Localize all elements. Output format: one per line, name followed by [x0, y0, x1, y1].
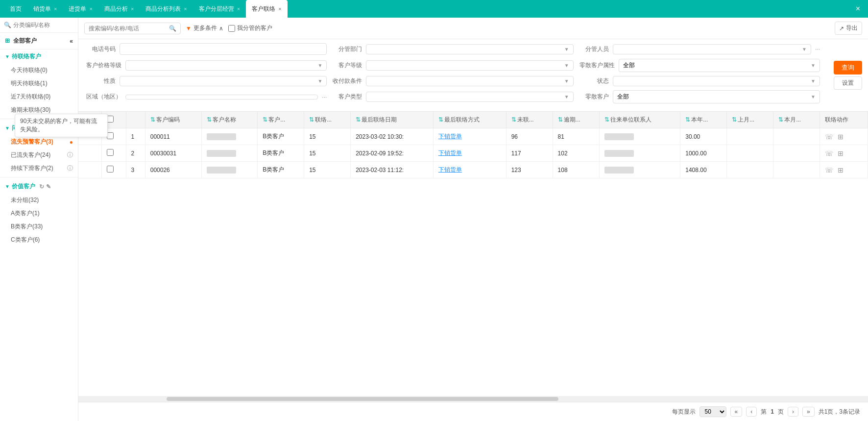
- last-method-link-0[interactable]: 下销货单: [438, 133, 462, 140]
- query-button[interactable]: 查询: [834, 61, 862, 74]
- col-index: [126, 112, 145, 128]
- region-select[interactable]: [125, 95, 318, 99]
- customer-type-arrow: ▼: [564, 94, 569, 99]
- close-customer-layer-tab[interactable]: ×: [237, 6, 240, 12]
- last-method-link-1[interactable]: 下销货单: [438, 149, 462, 156]
- select-all-checkbox[interactable]: [107, 116, 114, 123]
- col-unit-contact[interactable]: ⇅往来单位联系人: [599, 112, 680, 128]
- tab-customer-link[interactable]: 客户联络 ×: [246, 0, 287, 18]
- row-select-1[interactable]: [107, 149, 114, 156]
- action-more-icon-2[interactable]: ⊞: [838, 166, 844, 174]
- more-conditions-btn[interactable]: ▼ 更多条件 ∧: [186, 24, 223, 32]
- col-not-contacted[interactable]: ⇅未联...: [506, 112, 553, 128]
- filter-row-3: 性质 ▼ 收付款条件 ▼ 状态: [86, 76, 820, 86]
- close-customer-link-tab[interactable]: ×: [278, 6, 281, 12]
- dept-select[interactable]: ▼: [366, 44, 573, 54]
- tab-customer-layer[interactable]: 客户分层经营 ×: [193, 0, 246, 18]
- tab-analysis-list[interactable]: 商品分析列表 ×: [140, 0, 193, 18]
- row-index-2: 3: [126, 162, 145, 178]
- next-page-btn[interactable]: ›: [788, 407, 798, 417]
- sort-icon-this-month: ⇅: [778, 116, 783, 123]
- zero-attr-select[interactable]: 全部 ▼: [619, 59, 820, 72]
- close-purchase-tab[interactable]: ×: [89, 6, 92, 12]
- action-more-icon-1[interactable]: ⊞: [838, 149, 844, 157]
- row-contact-2: 15: [304, 162, 351, 178]
- sidebar-item-ungroup[interactable]: 未分组(32): [0, 194, 78, 207]
- first-page-btn[interactable]: «: [730, 407, 743, 417]
- sidebar-item-class-a[interactable]: A类客户(1): [0, 207, 78, 220]
- col-name[interactable]: ⇅客户名称: [201, 112, 258, 128]
- manager-select[interactable]: ▼: [613, 44, 811, 54]
- gender-select[interactable]: ▼: [120, 76, 327, 86]
- filter-row-1: 电话号码 分管部门 ▼ 分管人员 ▼: [86, 43, 820, 55]
- col-last-date[interactable]: ⇅最后联络日期: [351, 112, 434, 128]
- sidebar-search-input[interactable]: [13, 22, 78, 28]
- last-page-btn[interactable]: »: [802, 407, 815, 417]
- col-this-month[interactable]: ⇅本月...: [773, 112, 820, 128]
- action-contact-icon-2[interactable]: ☏: [825, 166, 834, 174]
- sidebar-item-class-c[interactable]: C类客户(6): [0, 233, 78, 247]
- settings-button[interactable]: 设置: [834, 76, 862, 90]
- payment-select[interactable]: ▼: [366, 76, 573, 86]
- tab-sales[interactable]: 销货单 ×: [27, 0, 63, 18]
- scrollbar-thumb[interactable]: [167, 397, 558, 401]
- customer-type-select[interactable]: ▼: [366, 92, 573, 102]
- col-code[interactable]: ⇅客户编码: [145, 112, 201, 128]
- sidebar-item-churn-warning[interactable]: 流失预警客户(3) ●: [0, 135, 78, 149]
- close-sales-tab[interactable]: ×: [54, 6, 57, 12]
- action-contact-icon-0[interactable]: ☏: [825, 133, 834, 141]
- zero-customer-select[interactable]: 全部 ▼: [613, 90, 820, 103]
- sidebar-collapse-icon[interactable]: «: [70, 38, 73, 45]
- col-customer-type[interactable]: ⇅客户...: [258, 112, 304, 128]
- price-level-arrow: ▼: [317, 63, 322, 68]
- manager-more-icon[interactable]: ···: [815, 46, 820, 52]
- sidebar-item-churn-lost[interactable]: 已流失客户(24) ⓘ: [0, 149, 78, 162]
- close-analysis-list-tab[interactable]: ×: [184, 6, 187, 12]
- status-select[interactable]: ▼: [613, 76, 820, 86]
- col-last-method[interactable]: ⇅最后联络方式: [433, 112, 506, 128]
- page-size-select[interactable]: 50 100 200: [699, 406, 726, 417]
- table-header-row: ⚙ ⇅客户编码 ⇅客户名称 ⇅客户... ⇅联络... ⇅最后联络日期 ⇅最后联…: [78, 112, 868, 128]
- row-this-year-0: 30.00: [680, 128, 727, 145]
- sort-icon-overdue: ⇅: [558, 116, 563, 123]
- row-last-date-2: 2023-02-03 11:12:: [351, 162, 434, 178]
- sidebar-item-churn-decline[interactable]: 持续下滑客户(2) ⓘ: [0, 162, 78, 175]
- sidebar-section-pending[interactable]: ▼ 待联络客户: [0, 50, 78, 64]
- sidebar-item-class-b[interactable]: B类客户(33): [0, 220, 78, 233]
- sidebar-section-value[interactable]: ▼ 价值客户 ↻ ✎: [0, 179, 78, 194]
- my-customers-checkbox[interactable]: [228, 25, 235, 32]
- sidebar-item-today[interactable]: 今天待联络(0): [0, 64, 78, 77]
- col-last-month[interactable]: ⇅上月...: [727, 112, 773, 128]
- info-icon-2: ⓘ: [67, 164, 73, 173]
- phone-input[interactable]: [120, 43, 327, 55]
- action-more-icon-0[interactable]: ⊞: [838, 133, 844, 141]
- region-more-icon[interactable]: ···: [322, 94, 327, 100]
- customer-level-select[interactable]: ▼: [366, 60, 573, 71]
- tab-home[interactable]: 首页: [4, 0, 27, 18]
- col-this-year[interactable]: ⇅本年...: [680, 112, 727, 128]
- sidebar-all-customers[interactable]: ⊞ 全部客户 «: [0, 33, 78, 50]
- sidebar-divider-2: [0, 177, 78, 177]
- tab-purchase[interactable]: 进货单 ×: [63, 0, 98, 18]
- row-action-2: ☏ ⊞: [820, 162, 868, 178]
- close-analysis-tab[interactable]: ×: [131, 6, 134, 12]
- col-contact[interactable]: ⇅联络...: [304, 112, 351, 128]
- sidebar-item-tomorrow[interactable]: 明天待联络(1): [0, 77, 78, 90]
- search-input[interactable]: [89, 25, 167, 32]
- row-select-2[interactable]: [107, 166, 114, 173]
- row-index-0: 1: [126, 128, 145, 145]
- prev-page-btn[interactable]: ‹: [746, 407, 757, 417]
- horizontal-scrollbar[interactable]: [78, 396, 868, 402]
- col-overdue[interactable]: ⇅逾期...: [553, 112, 599, 128]
- action-contact-icon-1[interactable]: ☏: [825, 149, 834, 157]
- refresh-icon[interactable]: ↻: [39, 183, 44, 190]
- row-unit-contact-2: [599, 162, 680, 178]
- edit-icon[interactable]: ✎: [46, 183, 51, 190]
- tab-analysis[interactable]: 商品分析 ×: [98, 0, 140, 18]
- export-button[interactable]: ↗ 导出: [835, 22, 862, 35]
- sidebar-item-7days[interactable]: 近7天待联络(0): [0, 90, 78, 103]
- last-method-link-2[interactable]: 下销货单: [438, 166, 462, 173]
- price-level-select[interactable]: ▼: [125, 60, 327, 71]
- close-all-tabs[interactable]: ×: [852, 4, 864, 13]
- row-select-0[interactable]: [107, 132, 114, 139]
